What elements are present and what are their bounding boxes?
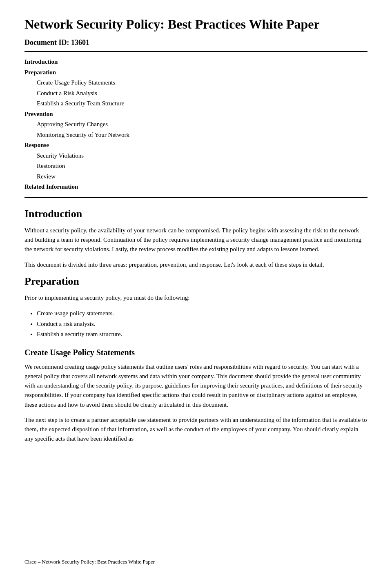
introduction-heading: Introduction <box>24 208 368 220</box>
table-of-contents: Introduction Preparation Create Usage Po… <box>24 57 368 192</box>
toc-item-create-usage[interactable]: Create Usage Policy Statements <box>24 78 368 88</box>
toc-item-prevention[interactable]: Prevention <box>24 109 368 120</box>
toc-item-establish-team[interactable]: Establish a Security Team Structure <box>24 98 368 109</box>
preparation-intro: Prior to implementing a security policy,… <box>24 293 368 303</box>
document-id: Document ID: 13601 <box>24 38 368 47</box>
footer-text: Cisco – Network Security Policy: Best Pr… <box>24 559 155 565</box>
toc-item-response[interactable]: Response <box>24 140 368 151</box>
top-divider <box>24 51 368 52</box>
toc-item-restoration[interactable]: Restoration <box>24 161 368 172</box>
create-usage-heading: Create Usage Policy Statements <box>24 348 368 357</box>
page-title: Network Security Policy: Best Practices … <box>24 16 368 32</box>
create-usage-para-2: The next step is to create a partner acc… <box>24 415 368 444</box>
toc-item-introduction[interactable]: Introduction <box>24 57 368 67</box>
bullet-risk-analysis: Conduct a risk analysis. <box>37 319 368 330</box>
bullet-team-structure: Establish a security team structure. <box>37 329 368 340</box>
bullet-create-usage: Create usage policy statements. <box>37 308 368 319</box>
preparation-bullets: Create usage policy statements. Conduct … <box>37 308 368 340</box>
preparation-heading: Preparation <box>24 275 368 288</box>
introduction-para-1: Without a security policy, the availabil… <box>24 226 368 254</box>
create-usage-para-1: We recommend creating usage policy state… <box>24 362 368 410</box>
introduction-para-2: This document is divided into three area… <box>24 260 368 270</box>
toc-item-preparation[interactable]: Preparation <box>24 67 368 78</box>
preparation-section: Preparation Prior to implementing a secu… <box>24 275 368 340</box>
toc-item-conduct-risk[interactable]: Conduct a Risk Analysis <box>24 88 368 99</box>
toc-item-related-info[interactable]: Related Information <box>24 182 368 192</box>
create-usage-section: Create Usage Policy Statements We recomm… <box>24 348 368 444</box>
toc-item-monitoring[interactable]: Monitoring Security of Your Network <box>24 130 368 140</box>
page-footer: Cisco – Network Security Policy: Best Pr… <box>24 556 368 565</box>
introduction-section: Introduction Without a security policy, … <box>24 208 368 270</box>
toc-item-approving[interactable]: Approving Security Changes <box>24 119 368 130</box>
toc-item-review[interactable]: Review <box>24 172 368 182</box>
toc-item-violations[interactable]: Security Violations <box>24 151 368 161</box>
bottom-divider <box>24 197 368 198</box>
